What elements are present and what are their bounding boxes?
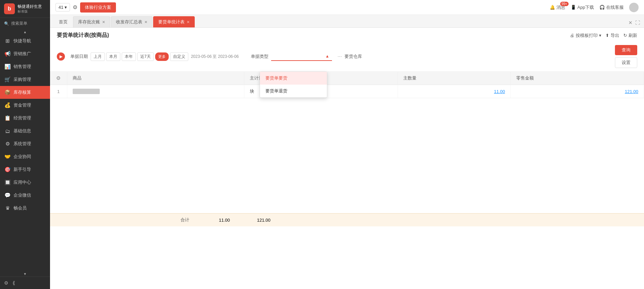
topbar-right: 🔔 消息 99+ 📱 App下载 🎧 在线客服 [550, 3, 639, 12]
finance-icon: 💰 [4, 102, 11, 108]
type-select-input[interactable] [271, 54, 325, 59]
sidebar-item-purchase[interactable]: 🛒 采购管理 [0, 73, 50, 86]
filter-more-dots[interactable]: ··· [337, 53, 342, 60]
topbar-gear-icon[interactable]: ⚙ [73, 4, 77, 10]
inventory-icon: 📦 [4, 89, 11, 95]
set-btn[interactable]: 设置 [615, 57, 637, 68]
collapse-btn[interactable]: ⟪ [13, 280, 15, 286]
app-download-btn[interactable]: 📱 App下载 [571, 4, 594, 10]
app-logo: b 畅捷通好生意 标准版 [0, 0, 50, 18]
table-row: 1 块 11.00 121.00 [50, 85, 644, 98]
settings-bottom-btn[interactable]: ⚙ [4, 280, 8, 286]
guide-icon: 🎯 [4, 166, 11, 173]
vip-icon: ♛ [4, 205, 11, 211]
print-btn-label: 按模板打印 [576, 32, 598, 39]
tab-inventory-batch-close[interactable]: ✕ [102, 20, 105, 24]
dropdown-item-purchase-return[interactable]: 要货单退货 [260, 85, 327, 97]
sidebar-item-sales[interactable]: 📊 销售管理 [0, 60, 50, 73]
tab-receipt-summary-label: 收发存汇总表 [116, 19, 142, 25]
tab-order-summary[interactable]: 要货单统计表 ✕ [153, 16, 195, 27]
purchase-icon: 🛒 [4, 76, 11, 83]
type-select-box[interactable]: ▲ [271, 52, 332, 61]
operation-icon: 📋 [4, 115, 11, 121]
sidebar-item-label: 基础信息 [14, 128, 31, 134]
sidebar-bottom: ⚙ ⟪ [0, 276, 50, 289]
quantity-link[interactable]: 11.00 [494, 89, 505, 94]
query-btn[interactable]: 查询 [615, 45, 637, 55]
print-btn[interactable]: 🖨 按模板打印 ▾ [570, 32, 601, 39]
online-service-btn[interactable]: 🎧 在线客服 [599, 4, 624, 10]
company-select-value: 41 [58, 5, 63, 10]
amount-link[interactable]: 121.00 [625, 89, 638, 94]
date-btn-custom[interactable]: 自定义 [170, 52, 188, 61]
type-filter-group: 单据类型 ▲ ··· 要货仓库 [251, 52, 362, 61]
sidebar-item-quick-nav[interactable]: ⊞ 快捷导航 [0, 35, 50, 47]
type-select-caret[interactable]: ▲ [325, 54, 329, 59]
sidebar-item-label: 资金管理 [14, 102, 31, 108]
table-settings-icon[interactable]: ⚙ [56, 75, 61, 81]
print-icon: 🖨 [570, 33, 574, 38]
sidebar-item-base[interactable]: 🗂 基础信息 [0, 125, 50, 137]
warehouse-filter-label: 要货仓库 [344, 53, 362, 60]
sidebar-item-label: 应用中心 [14, 179, 31, 185]
sidebar-scroll-up[interactable]: ▲ [0, 29, 50, 35]
tab-inventory-batch[interactable]: 库存批次账 ✕ [73, 16, 110, 27]
user-avatar[interactable] [629, 3, 639, 12]
table-container: ⚙ 商品 主计量单位 主数量 零售金额 1 块 [50, 72, 644, 98]
date-btn-more[interactable]: 更多 [155, 52, 169, 61]
table-footer: 合计 11.00 121.00 [50, 213, 644, 226]
system-icon: ⚙ [4, 141, 11, 147]
print-dropdown-icon: ▾ [599, 33, 601, 38]
sidebar-item-label: 企业协同 [14, 154, 31, 160]
page-header: 要货单统计表(按商品) 🖨 按模板打印 ▾ ⬆ 导出 ↻ 刷新 [50, 28, 644, 42]
logo-text: 畅捷通好生意 标准版 [18, 4, 42, 14]
refresh-btn[interactable]: ↻ 刷新 [623, 32, 637, 39]
date-btn-last-month[interactable]: 上月 [91, 52, 105, 61]
sidebar-item-label: 营销推广 [14, 51, 31, 57]
tab-receipt-summary-close[interactable]: ✕ [144, 20, 147, 24]
sidebar-item-finance[interactable]: 💰 资金管理 [0, 99, 50, 112]
expand-icon[interactable]: ⛶ [635, 20, 640, 25]
sidebar-nav: ⊞ 快捷导航 📢 营销推广 📊 销售管理 🛒 采购管理 📦 库存核算 💰 资金管… [0, 35, 50, 271]
sidebar-item-label: 系统管理 [14, 141, 31, 147]
page-title: 要货单统计表(按商品) [57, 32, 109, 39]
logo-icon: b [4, 3, 15, 14]
sidebar-item-label: 企业微信 [14, 192, 31, 198]
messages-btn[interactable]: 🔔 消息 99+ [550, 4, 565, 10]
col-product: 商品 [67, 72, 244, 85]
footer-label: 合计 [181, 217, 189, 223]
sidebar-item-vip[interactable]: ♛ 畅会员 [0, 202, 50, 215]
sidebar-item-wechat[interactable]: 💬 企业微信 [0, 189, 50, 202]
base-icon: 🗂 [4, 128, 11, 134]
tab-order-summary-close[interactable]: ✕ [187, 20, 190, 24]
sidebar-item-appstore[interactable]: 🔲 应用中心 [0, 176, 50, 189]
search-menu[interactable]: 🔍 搜索菜单 [0, 18, 50, 29]
topbar: 41 ▾ ⚙ 体验行业方案 🔔 消息 99+ 📱 App下载 🎧 在线客服 [50, 0, 644, 15]
sidebar-item-operation[interactable]: 📋 经营管理 [0, 112, 50, 125]
sidebar-item-enterprise[interactable]: 🤝 企业协同 [0, 150, 50, 163]
enterprise-icon: 🤝 [4, 154, 11, 160]
headset-icon: 🎧 [599, 5, 605, 10]
refresh-icon: ↻ [623, 33, 627, 38]
sidebar-item-guide[interactable]: 🎯 新手引导 [0, 163, 50, 176]
sidebar-item-marketing[interactable]: 📢 营销推广 [0, 47, 50, 60]
sidebar-scroll-down[interactable]: ▼ [0, 271, 50, 276]
sidebar-item-label: 畅会员 [14, 205, 27, 211]
cell-product [67, 85, 244, 98]
tab-home[interactable]: 首页 [54, 17, 72, 27]
date-btn-this-year[interactable]: 本年 [122, 52, 136, 61]
sidebar-item-system[interactable]: ⚙ 系统管理 [0, 137, 50, 150]
trial-btn[interactable]: 体验行业方案 [80, 2, 116, 13]
table-head: ⚙ 商品 主计量单位 主数量 零售金额 [50, 72, 644, 85]
close-window-icon[interactable]: ✕ [628, 20, 633, 25]
export-btn[interactable]: ⬆ 导出 [605, 32, 619, 39]
filter-toggle-btn[interactable]: ▶ [57, 52, 65, 61]
tab-receipt-summary[interactable]: 收发存汇总表 ✕ [111, 16, 152, 27]
sidebar-item-inventory[interactable]: 📦 库存核算 [0, 86, 50, 99]
date-range-display: 2023-05-06 至 2023-06-06 [191, 54, 239, 60]
company-select[interactable]: 41 ▾ [55, 3, 70, 12]
date-btn-last-7days[interactable]: 近7天 [137, 52, 154, 61]
dropdown-item-purchase-order[interactable]: 要货单要货 [260, 72, 327, 85]
date-buttons: 上月 本月 本年 近7天 更多 自定义 [91, 52, 188, 61]
date-btn-this-month[interactable]: 本月 [106, 52, 120, 61]
